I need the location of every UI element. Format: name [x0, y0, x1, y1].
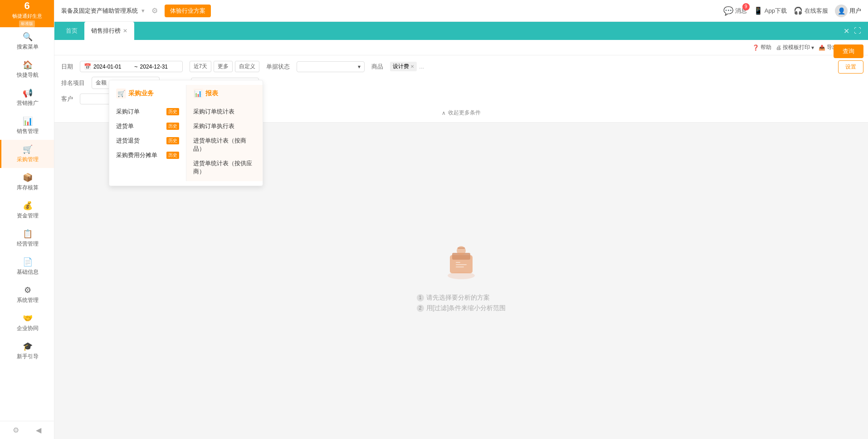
goods-chip-close[interactable]: ✕: [410, 64, 414, 69]
goods-filter-area: 设计费 ✕ ...: [390, 62, 424, 71]
setting-btn[interactable]: 设置: [838, 60, 863, 74]
tab-close-icon[interactable]: ✕: [123, 28, 127, 34]
inventory-icon: 📦: [23, 173, 33, 183]
sidebar-item-system[interactable]: ⚙ 系统管理: [0, 281, 54, 309]
svg-rect-6: [456, 264, 467, 265]
calendar-icon: 📅: [84, 63, 91, 70]
dropdown-menu: 🛒 采购业务 采购订单 历史 进货单 历史 进货退货 历史: [109, 80, 263, 186]
finance-icon: 💰: [23, 201, 33, 211]
system-icon: ⚙: [24, 285, 31, 295]
report-col-icon: 📊: [193, 89, 203, 99]
settings-bottom-icon[interactable]: ⚙: [13, 426, 19, 434]
enterprise-icon: 🤝: [23, 313, 33, 323]
quick-more[interactable]: 更多: [214, 61, 233, 72]
inbound-label: 进货单: [116, 122, 134, 130]
empty-illustration: [439, 239, 484, 285]
system-name: 装备及固定资产辅助管理系统: [61, 7, 138, 15]
online-service-label: 在线客服: [805, 7, 828, 15]
sidebar-item-finance[interactable]: 💰 资金管理: [0, 196, 54, 224]
dropdown-inbound-stat-goods[interactable]: 进货单统计表（按商品）: [191, 133, 258, 156]
sidebar-item-label: 库存核算: [17, 184, 39, 192]
sidebar-bottom: ⚙ ◀: [0, 421, 54, 439]
topbar-dropdown-icon[interactable]: ▾: [141, 7, 145, 14]
dropdown-purchase-order[interactable]: 采购订单 历史: [114, 104, 181, 119]
dropdown-menu-inner: 🛒 采购业务 采购订单 历史 进货单 历史 进货退货 历史: [109, 85, 263, 181]
goods-chip: 设计费 ✕: [390, 62, 417, 71]
sidebar-item-label: 经营管理: [17, 240, 39, 248]
tab-home[interactable]: 首页: [59, 22, 84, 40]
avatar-icon: 👤: [838, 7, 845, 15]
logo-tag: 标准版: [19, 20, 35, 27]
print-dropdown-icon[interactable]: ▾: [811, 44, 814, 51]
sidebar-item-enterprise[interactable]: 🤝 企业协同: [0, 309, 54, 337]
svg-rect-4: [458, 247, 465, 249]
purchase-order-label: 采购订单: [116, 108, 140, 116]
tab-sales-rank[interactable]: 销售排行榜 ✕: [84, 22, 134, 40]
print-btn[interactable]: 🖨 按模板打印 ▾: [776, 44, 814, 51]
sidebar-item-inventory[interactable]: 📦 库存核算: [0, 168, 54, 196]
empty-tips: 1 请先选择要分析的方案 2 用[过滤]条件来缩小分析范围: [417, 294, 506, 315]
purchase-col-icon: 🛒: [116, 89, 126, 99]
purchase-icon: 🛒: [23, 144, 33, 154]
goods-ellipsis[interactable]: ...: [419, 63, 424, 70]
dropdown-purchase-expense[interactable]: 采购费用分摊单 历史: [114, 148, 181, 163]
tab-home-label: 首页: [66, 27, 78, 35]
doc-status-label: 单据状态: [266, 63, 290, 71]
content-area: ❓ 帮助 🖨 按模板打印 ▾ 📤 导出 🔄 刷新 日期 📅: [54, 40, 868, 439]
industry-btn[interactable]: 体验行业方案: [165, 5, 211, 17]
tabbar: 首页 销售排行榜 ✕ ✕ ⛶: [54, 22, 868, 40]
sidebar-item-sales[interactable]: 📊 销售管理: [0, 112, 54, 140]
report-col-label: 报表: [205, 89, 218, 98]
sidebar-item-marketing[interactable]: 📢 营销推广: [0, 84, 54, 112]
purchase-stat-label: 采购订单统计表: [193, 108, 234, 116]
basic-info-icon: 📄: [23, 257, 33, 267]
collapse-sidebar-icon[interactable]: ◀: [36, 426, 41, 434]
topbar-message[interactable]: 💬 9 消息: [723, 6, 747, 16]
marketing-icon: 📢: [23, 88, 33, 98]
inbound-return-label: 进货退货: [116, 137, 140, 145]
sidebar-item-purchase[interactable]: 🛒 采购管理: [0, 140, 54, 168]
date-start-input[interactable]: [93, 64, 132, 70]
tabbar-expand-btn[interactable]: ⛶: [852, 27, 863, 35]
help-btn[interactable]: ❓ 帮助: [752, 44, 771, 51]
sidebar-item-label: 销售管理: [17, 128, 39, 135]
main-action-buttons: 查询 设置: [834, 44, 863, 74]
dropdown-inbound-stat-supplier[interactable]: 进货单统计表（按供应商）: [191, 156, 258, 179]
topbar-online-service[interactable]: 🎧 在线客服: [794, 6, 828, 15]
dropdown-purchase-col: 🛒 采购业务 采购订单 历史 进货单 历史 进货退货 历史: [109, 85, 186, 181]
action-bar: ❓ 帮助 🖨 按模板打印 ▾ 📤 导出 🔄 刷新: [54, 40, 868, 55]
filter-row-1: 日期 📅 ~ 近7天 更多 自定义 单据状态 ▾ 商品: [61, 61, 861, 72]
sidebar-logo: 6 畅捷通好生意 标准版: [0, 0, 54, 27]
topbar-app-download[interactable]: 📱 App下载: [754, 6, 787, 15]
query-btn[interactable]: 查询: [834, 44, 863, 58]
dropdown-purchase-stat[interactable]: 采购订单统计表: [191, 104, 258, 119]
empty-tip-2: 2 用[过滤]条件来缩小分析范围: [417, 304, 506, 312]
history-badge-2: 历史: [166, 123, 179, 130]
search-icon: 🔍: [23, 32, 33, 42]
topbar-user[interactable]: 👤 用户: [835, 5, 861, 17]
dropdown-inbound-return[interactable]: 进货退货 历史: [114, 133, 181, 148]
tabbar-close-btn[interactable]: ✕: [841, 27, 852, 35]
sidebar-item-operation[interactable]: 📋 经营管理: [0, 224, 54, 252]
quick-custom[interactable]: 自定义: [235, 61, 259, 72]
topbar: 装备及固定资产辅助管理系统 ▾ ⚙ 体验行业方案 💬 9 消息 📱 App下载 …: [54, 0, 868, 22]
sidebar-item-quick-nav[interactable]: 🏠 快捷导航: [0, 55, 54, 84]
dropdown-purchase-exec[interactable]: 采购订单执行表: [191, 119, 258, 133]
sidebar-item-label: 基础信息: [17, 268, 39, 276]
empty-tip-2-text: 用[过滤]条件来缩小分析范围: [426, 304, 506, 312]
date-range-picker[interactable]: 📅 ~: [80, 61, 183, 72]
date-label: 日期: [61, 63, 73, 71]
quick-7days[interactable]: 近7天: [190, 61, 212, 72]
date-end-input[interactable]: [140, 64, 179, 70]
dropdown-inbound[interactable]: 进货单 历史: [114, 119, 181, 133]
dropdown-report-col: 📊 报表 采购订单统计表 采购订单执行表 进货单统计表（按商品） 进货单统计表（…: [186, 85, 263, 181]
doc-status-select[interactable]: ▾: [297, 61, 365, 72]
user-label: 用户: [849, 7, 861, 15]
sidebar-item-search[interactable]: 🔍 搜索菜单: [0, 27, 54, 55]
logo-name: 畅捷通好生意: [12, 13, 42, 20]
sidebar-item-guide[interactable]: 🎓 新手引导: [0, 337, 54, 365]
sidebar-item-basic-info[interactable]: 📄 基础信息: [0, 252, 54, 281]
topbar-settings-icon[interactable]: ⚙: [151, 6, 158, 15]
rank-item-label: 排名项目: [61, 79, 85, 87]
inbound-stat-supplier-label: 进货单统计表（按供应商）: [193, 159, 256, 176]
